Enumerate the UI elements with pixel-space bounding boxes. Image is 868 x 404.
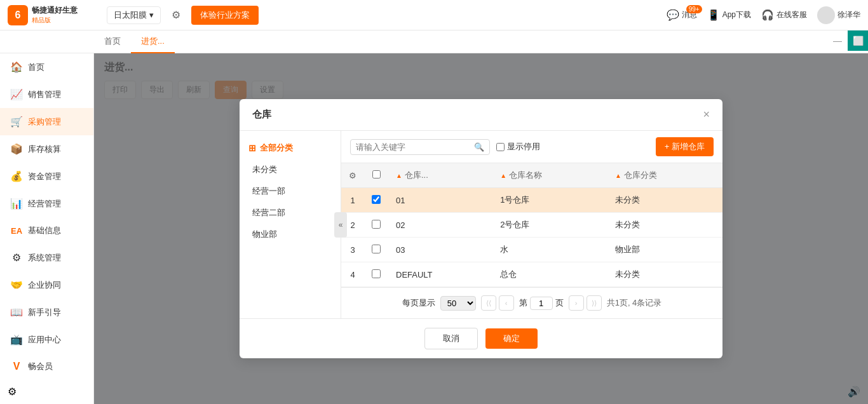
finance-icon: 💰: [10, 170, 23, 182]
collapse-button[interactable]: «: [334, 212, 347, 238]
sidebar-item-system[interactable]: ⚙ 系统管理: [0, 244, 93, 271]
branch-selector[interactable]: 日太阳膜 ▾: [107, 6, 161, 24]
tab-home[interactable]: 首页: [94, 30, 131, 53]
search-input[interactable]: [356, 142, 470, 152]
page-label: 第: [519, 297, 527, 309]
online-service-button[interactable]: 🎧 在线客服: [761, 9, 807, 21]
vip-icon: V: [10, 361, 23, 372]
row-number: 1: [341, 188, 364, 213]
grid-icon: ⊞: [248, 143, 256, 153]
category-item-dept1[interactable]: 经营一部: [240, 180, 341, 202]
maximize-button[interactable]: ⬜: [848, 30, 868, 51]
app-download-button[interactable]: 📱 App下载: [707, 9, 751, 21]
select-all-checkbox[interactable]: [372, 170, 381, 178]
search-icon: 🔍: [474, 142, 484, 152]
sort-icon-name: ▲: [500, 172, 506, 179]
row-checkbox-cell[interactable]: [364, 238, 388, 262]
row-number: 3: [341, 238, 364, 262]
page-total-info: 共1页, 4条记录: [607, 297, 662, 309]
main-content: 进货... 打印 导出 刷新 查询 设置 仓库 ×: [94, 53, 868, 404]
modal-title: 仓库: [252, 109, 271, 121]
message-badge: 99+: [686, 5, 702, 13]
category-panel: ⊞ 全部分类 未分类 经营一部 经营二部 物业部 «: [240, 131, 341, 318]
sidebar-label-sales: 销售管理: [28, 89, 61, 100]
row-checkbox[interactable]: [372, 245, 381, 253]
disabled-checkbox[interactable]: [496, 143, 505, 151]
sidebar-label-apps: 应用中心: [28, 334, 61, 346]
th-settings[interactable]: ⚙: [341, 163, 364, 188]
sidebar-bottom: ⚙ 🔊: [0, 386, 94, 398]
operations-icon: 📊: [10, 198, 23, 210]
modal-header: 仓库 ×: [240, 99, 722, 131]
show-disabled-checkbox[interactable]: 显示停用: [496, 141, 540, 152]
search-box[interactable]: 🔍: [350, 139, 490, 155]
logo-icon: 6: [8, 5, 28, 25]
row-checkbox-cell[interactable]: [364, 262, 388, 287]
row-checkbox[interactable]: [372, 269, 381, 278]
row-checkbox-cell[interactable]: [364, 213, 388, 238]
per-page-select-wrapper: 50 10 20 100: [440, 296, 476, 311]
page-number-input[interactable]: [530, 297, 553, 310]
main-layout: 🏠 首页 📈 销售管理 🛒 采购管理 📦 库存核算 💰 资金管理 📊 经营管理 …: [0, 53, 868, 404]
table-row[interactable]: 3 03 水 物业部: [341, 238, 722, 262]
sidebar-item-operations[interactable]: 📊 经营管理: [0, 190, 93, 217]
sidebar-item-enterprise[interactable]: 🤝 企业协同: [0, 271, 93, 299]
sidebar-item-basic-info[interactable]: EA 基础信息: [0, 217, 93, 244]
row-checkbox[interactable]: [372, 220, 381, 229]
first-page-button[interactable]: ⟨⟨: [481, 295, 496, 311]
page-navigation: ⟨⟨ ‹: [481, 295, 514, 311]
sidebar-label-basic-info: 基础信息: [28, 225, 61, 236]
last-page-button[interactable]: ⟩⟩: [587, 295, 602, 311]
row-checkbox[interactable]: [372, 195, 381, 204]
page-suffix: 页: [555, 297, 564, 309]
table-row[interactable]: 4 DEFAULT 总仓 未分类: [341, 262, 722, 287]
sidebar-item-sales[interactable]: 📈 销售管理: [0, 81, 93, 108]
minimize-button[interactable]: —: [827, 30, 848, 51]
sidebar-item-apps[interactable]: 📺 应用中心: [0, 326, 93, 353]
enterprise-icon: 🤝: [10, 279, 23, 291]
sidebar-item-finance[interactable]: 💰 资金管理: [0, 163, 93, 190]
sidebar-label-finance: 资金管理: [28, 171, 61, 182]
sidebar-label-vip: 畅会员: [28, 361, 53, 372]
sidebar-label-guide: 新手引导: [28, 307, 61, 318]
next-page-button[interactable]: ›: [569, 295, 584, 311]
logo-name: 畅捷通好生意: [32, 5, 78, 16]
settings-icon[interactable]: ⚙: [166, 5, 186, 25]
logo-edition: 精品版: [32, 16, 78, 25]
user-profile[interactable]: 徐泽华: [817, 6, 860, 24]
sidebar-settings-icon[interactable]: ⚙: [8, 386, 17, 398]
sidebar-item-purchase[interactable]: 🛒 采购管理: [0, 108, 93, 135]
sidebar-item-guide[interactable]: 📖 新手引导: [0, 299, 93, 326]
per-page-select[interactable]: 50 10 20 100: [440, 296, 476, 311]
sales-icon: 📈: [10, 88, 23, 100]
tab-purchase[interactable]: 进货...: [131, 30, 175, 53]
home-icon: 🏠: [10, 61, 23, 73]
sidebar-label-inventory: 库存核算: [28, 144, 61, 155]
logo-area: 6 畅捷通好生意 精品版: [8, 5, 102, 25]
row-code: 02: [388, 213, 492, 238]
row-checkbox-cell[interactable]: [364, 188, 388, 213]
sidebar-item-inventory[interactable]: 📦 库存核算: [0, 135, 93, 163]
confirm-button[interactable]: 确定: [485, 328, 538, 349]
category-item-dept2[interactable]: 经营二部: [240, 202, 341, 224]
modal-overlay[interactable]: 仓库 × ⊞ 全部分类 未分类 经营一部 经营二部 物业部: [94, 53, 868, 404]
messages-button[interactable]: 💬 99+ 消息: [667, 9, 697, 21]
th-checkbox[interactable]: [364, 163, 388, 188]
prev-page-button[interactable]: ‹: [499, 295, 514, 311]
table-row[interactable]: 1 01 1号仓库 未分类: [341, 188, 722, 213]
sidebar-item-vip[interactable]: V 畅会员: [0, 353, 93, 380]
new-warehouse-button[interactable]: + 新增仓库: [656, 137, 714, 156]
sidebar-label-enterprise: 企业协同: [28, 279, 61, 291]
warehouse-table: ⚙ ▲仓库... ▲仓库名称 ▲仓库分类 1 01: [341, 163, 722, 287]
close-icon[interactable]: ×: [703, 108, 710, 121]
basic-info-icon: EA: [10, 226, 23, 236]
sidebar-label-home: 首页: [28, 62, 44, 73]
window-controls: — ⬜: [827, 30, 868, 51]
try-industry-button[interactable]: 体验行业方案: [191, 6, 259, 25]
all-category-item[interactable]: ⊞ 全部分类: [240, 137, 341, 159]
table-row[interactable]: 2 02 2号仓库 未分类: [341, 213, 722, 238]
category-item-property[interactable]: 物业部: [240, 224, 341, 245]
sidebar-item-home[interactable]: 🏠 首页: [0, 53, 93, 81]
category-item-unclassified[interactable]: 未分类: [240, 159, 341, 180]
cancel-button[interactable]: 取消: [424, 328, 478, 349]
